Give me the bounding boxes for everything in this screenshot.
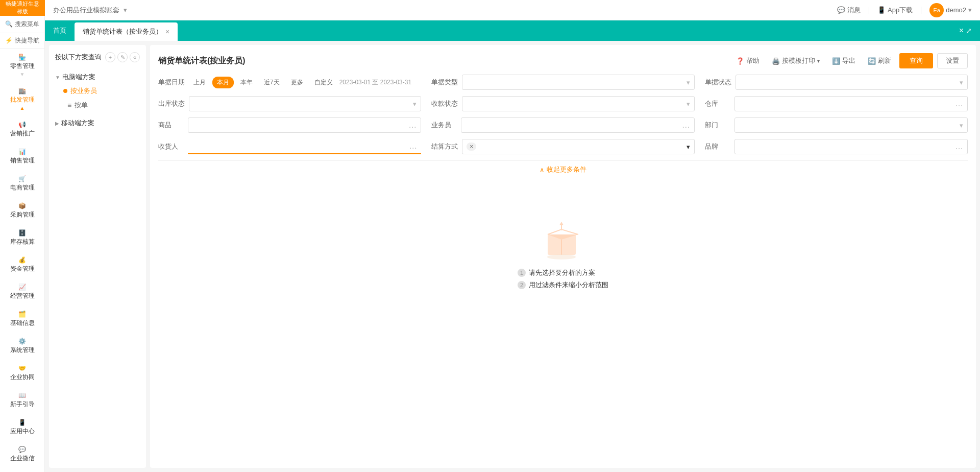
department-control[interactable]: ▾ [734,117,968,133]
user-name: demo2 [946,6,966,14]
refresh-button[interactable]: 🔄 刷新 [864,54,895,67]
receipt-status-control[interactable]: ▾ [462,96,694,111]
refresh-label: 刷新 [878,56,891,65]
scheme-actions: + ✎ « [105,52,140,62]
sidebar-item-basic[interactable]: 🗂️ 基础信息 [0,305,44,333]
sidebar-item-retail[interactable]: 🏪 零售管理 ▼ [0,49,44,82]
scheme-group-pc-title[interactable]: ▼ 电脑端方案 [49,70,146,84]
salesperson-dots[interactable]: … [682,121,690,130]
receiver-dots[interactable]: … [409,141,417,151]
company-selector[interactable]: 办公用品行业模拟账套 ▾ [53,6,127,15]
sidebar-item-system[interactable]: ⚙️ 系统管理 [0,333,44,360]
help-button[interactable]: ❓ 帮助 [732,54,764,67]
scheme-item-order[interactable]: ≡ 按单 [49,98,146,112]
brand-select[interactable]: … [734,139,968,154]
filter-department: 部门 ▾ [705,117,968,133]
shortcut-nav-item[interactable]: ⚡ 快捷导航 [0,33,44,49]
ecommerce-icon: 🛒 [18,175,26,182]
date-btn-7days[interactable]: 近7天 [259,77,284,88]
scheme-group-mobile-title[interactable]: ▶ 移动端方案 [49,116,146,130]
salesperson-select[interactable]: … [461,117,694,133]
message-action[interactable]: 💬 消息 [837,6,861,15]
goods-control[interactable]: … [188,117,421,133]
tab-active[interactable]: 销货单统计表（按业务员） × [75,22,178,41]
edit-scheme-button[interactable]: ✎ [117,52,128,62]
receiver-control[interactable]: … [188,139,421,154]
home-tab-label: 首页 [53,26,66,35]
app-download-action[interactable]: 📱 App下载 [877,6,913,15]
department-select[interactable]: ▾ [734,117,968,133]
brand-dots[interactable]: … [955,142,963,151]
query-button[interactable]: 查询 [899,53,933,68]
goods-select[interactable]: … [188,117,421,133]
sidebar-item-sales[interactable]: 📊 销售管理 [0,143,44,170]
sidebar-item-purchase[interactable]: 📦 采购管理 [0,197,44,224]
doc-status-control[interactable]: ▾ [736,75,968,90]
warehouse-dots[interactable]: … [955,99,963,108]
search-menu-item[interactable]: 🔍 搜索菜单 [0,16,44,33]
payment-control[interactable]: × ▾ [462,139,694,154]
scheme-item-salesperson[interactable]: 按业务员 [49,84,146,98]
chevron-down-icon5: ▾ [960,122,963,129]
tab-home[interactable]: 首页 [45,20,75,41]
brand-control[interactable]: … [734,139,968,154]
doc-type-select[interactable]: ▾ [462,75,694,90]
tag-close-icon[interactable]: × [470,143,473,150]
tab-close-icon[interactable]: × [165,28,169,36]
hint-text-1: 请先选择要分析的方案 [529,268,595,277]
date-btn-this-month[interactable]: 本月 [212,77,234,88]
department-label: 部门 [705,121,730,130]
payment-dropdown-icon: ▾ [687,143,690,151]
sidebar-item-corpwechat[interactable]: 💬 企业微信 [0,441,44,468]
date-btn-custom[interactable]: 自定义 [310,77,337,88]
export-button[interactable]: ⬇️ 导出 [828,54,860,67]
print-button[interactable]: 🖨️ 按模板打印 ▾ [768,54,824,67]
sidebar-item-marketing[interactable]: 📢 营销推广 [0,116,44,143]
sidebar-item-inventory[interactable]: 🗄️ 库存核算 [0,224,44,251]
receipt-status-select[interactable]: ▾ [462,96,694,111]
out-status-select[interactable]: ▾ [189,96,421,111]
user-profile[interactable]: Ea demo2 ▾ [929,3,972,17]
sidebar-item-label: 销售管理 [10,156,35,165]
sidebar-item-member[interactable]: 🎖️ 畅会员 [0,468,44,472]
maximize-icon[interactable]: ⤢ [966,27,972,35]
add-scheme-button[interactable]: + [105,52,115,62]
salesperson-control[interactable]: … [461,117,694,133]
out-status-control[interactable]: ▾ [189,96,421,111]
logo-text: 畅捷通好生意标版 [6,0,39,16]
sidebar-item-appcenter[interactable]: 📱 应用中心 [0,414,44,441]
divider [869,7,869,14]
sidebar-item-enterprise[interactable]: 🤝 企业协同 [0,360,44,387]
pc-group-label: 电脑端方案 [62,73,95,82]
sidebar-item-wholesale[interactable]: 🏬 批发管理 ▲ [0,82,44,116]
goods-dots[interactable]: … [408,121,416,130]
active-tab-label: 销货单统计表（按业务员） [83,27,162,36]
doc-status-select[interactable]: ▾ [736,75,968,90]
warehouse-control[interactable]: … [734,96,968,111]
warehouse-select[interactable]: … [734,96,968,111]
sidebar-item-newbie[interactable]: 📖 新手引导 [0,387,44,414]
sidebar-item-ecommerce[interactable]: 🛒 电商管理 [0,170,44,197]
collapse-scheme-button[interactable]: « [130,52,140,62]
sidebar-item-finance[interactable]: 💰 资金管理 [0,251,44,278]
settings-button[interactable]: 设置 [937,53,968,68]
inventory-icon: 🗄️ [18,229,26,237]
system-icon: ⚙️ [18,338,26,345]
doc-status-label: 单据状态 [705,78,731,87]
filter-brand: 品牌 … [705,139,968,154]
sidebar-item-operation[interactable]: 📈 经营管理 [0,278,44,305]
collapse-button[interactable]: ∧ 收起更多条件 [158,160,968,178]
date-btn-more[interactable]: 更多 [286,77,308,88]
avatar: Ea [929,3,944,17]
goods-label: 商品 [158,121,184,130]
filter-doc-type: 单据类型 ▾ [431,75,694,90]
payment-tag-control[interactable]: × ▾ [462,139,694,154]
out-status-label: 出库状态 [158,99,185,108]
close-window-icon[interactable]: × [959,26,964,35]
doc-type-control[interactable]: ▾ [462,75,694,90]
print-dropdown-icon: ▾ [817,58,820,64]
date-btn-last-month[interactable]: 上月 [189,77,210,88]
mobile-group-label: 移动端方案 [61,119,94,128]
date-btn-this-year[interactable]: 本年 [236,77,257,88]
receiver-input[interactable]: … [188,139,421,154]
